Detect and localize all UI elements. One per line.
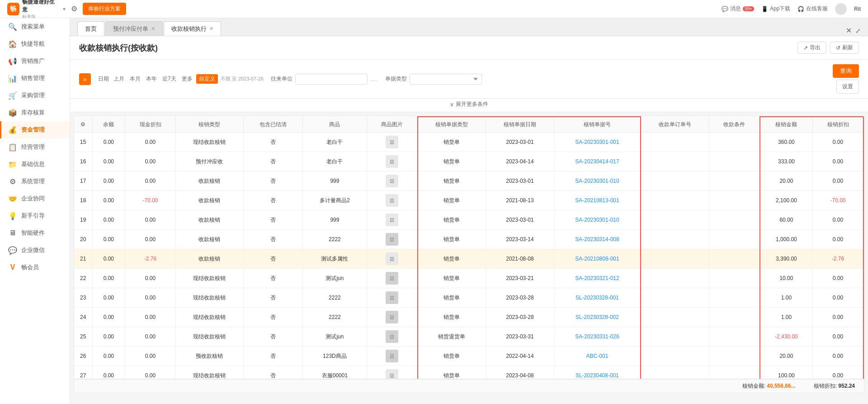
data-table-container: ⚙ 余额 现金折扣 核销类型 包含已结清 商品 商品图片 核销单据类型 核销单据… — [74, 116, 864, 393]
th-settings[interactable]: ⚙ — [74, 117, 92, 133]
sidebar-item-guide[interactable]: 💡 新手引导 — [0, 207, 70, 224]
expand-more-btn[interactable]: ∨ 展开更多条件 — [450, 100, 488, 108]
date-last-month[interactable]: 上月 — [112, 74, 126, 84]
product-thumbnail: 🖼 — [386, 291, 398, 304]
user-avatar[interactable] — [835, 3, 847, 15]
online-service-btn[interactable]: 🎧 在线客服 — [797, 5, 828, 13]
table-header-row: ⚙ 余额 现金折扣 核销类型 包含已结清 商品 商品图片 核销单据类型 核销单据… — [74, 117, 863, 133]
prepay-tab-close[interactable]: ✕ — [151, 26, 155, 32]
cell-product: 2222 — [303, 308, 367, 327]
cell-id: 17 — [74, 171, 92, 191]
sidebar-label-system: 系统管理 — [21, 177, 45, 185]
sidebar-item-capital[interactable]: 💰 资金管理 — [0, 121, 70, 138]
cell-write-off-date: 2023-03-01 — [486, 171, 554, 191]
cell-cleared: 否 — [244, 347, 303, 366]
refresh-btn[interactable]: ↺ 刷新 — [830, 42, 859, 54]
sidebar-item-member[interactable]: V 畅会员 — [0, 259, 70, 276]
home-icon: 🏠 — [9, 40, 17, 48]
cell-w-discount: -70.00 — [813, 191, 863, 210]
sidebar-item-basic[interactable]: 📁 基础信息 — [0, 156, 70, 173]
date-links: 上月 本月 本年 近7天 更多 自定义 — [112, 74, 218, 84]
cell-receipt-cond — [709, 249, 760, 269]
write-off-no-link[interactable]: SA-20230314-008 — [575, 236, 619, 242]
cell-write-off-type: 销货单 — [418, 230, 486, 249]
cell-receipt-no — [641, 308, 709, 327]
write-off-no-link[interactable]: SA-20230331-026 — [575, 333, 619, 340]
maximize-icon[interactable]: ⤢ — [855, 27, 861, 34]
cell-w-discount: 0.00 — [813, 269, 863, 288]
cell-id: 26 — [74, 347, 92, 366]
settings-icon[interactable]: ⚙ — [80, 121, 85, 128]
sidebar-item-wechat[interactable]: 💬 企业微信 — [0, 242, 70, 259]
date-this-year[interactable]: 本年 — [144, 74, 159, 84]
sidebar-item-quick[interactable]: 🏠 快捷导航 — [0, 35, 70, 52]
write-off-no-link[interactable]: SA-20210813-001 — [575, 197, 619, 204]
receipt-tab-close[interactable]: ✕ — [209, 26, 213, 32]
cell-id: 22 — [74, 269, 92, 288]
cell-w-discount: 0.00 — [813, 230, 863, 249]
write-off-no-link[interactable]: SA-20230321-012 — [575, 275, 619, 281]
cell-product: 999 — [303, 210, 367, 230]
product-thumbnail: 🖼 — [386, 136, 398, 148]
cell-product-img: 🖼 — [367, 327, 417, 347]
cell-amount: 1,000.00 — [760, 230, 813, 249]
table-row: 17 0.00 0.00 收款核销 否 999 🖼 销货单 2023-03-01… — [74, 171, 863, 191]
sidebar-item-hardware[interactable]: 🖥 智能硬件 — [0, 224, 70, 242]
sidebar-item-purchase[interactable]: 🛒 采购管理 — [0, 87, 70, 104]
sidebar-item-sales[interactable]: 📊 销售管理 — [0, 70, 70, 87]
tab-home[interactable]: 首页 — [77, 21, 104, 36]
write-off-no-link[interactable]: SL-20230328-002 — [576, 314, 619, 320]
page-content: 收款核销执行(按收款) ↗ 导出 ↺ 刷新 » — [70, 36, 868, 404]
main-layout: 🔍 搜索菜单 🏠 快捷导航 📢 营销推广 📊 销售管理 🛒 采购管理 📦 库存核… — [0, 18, 868, 404]
cell-write-off-no: SA-20230301-010 — [554, 210, 641, 230]
write-off-no-link[interactable]: ABC-001 — [586, 353, 609, 359]
write-off-no-link[interactable]: SA-20230414-017 — [575, 158, 619, 165]
date-this-month[interactable]: 本月 — [128, 74, 142, 84]
tab-prepay[interactable]: 预付冲应付单 ✕ — [105, 21, 163, 36]
export-btn[interactable]: ↗ 导出 — [797, 42, 826, 54]
type-select[interactable] — [410, 74, 482, 85]
cell-amount: 10.00 — [760, 269, 813, 288]
from-unit-input[interactable] — [295, 74, 368, 85]
settings-icon[interactable]: ⚙ — [71, 5, 77, 13]
close-window-icon[interactable]: ✕ — [846, 26, 852, 35]
brand-dropdown-icon[interactable]: ▾ — [63, 6, 66, 12]
write-off-no-link[interactable]: SA-20230301-010 — [575, 178, 619, 184]
filter-toggle-btn[interactable]: » — [79, 73, 91, 85]
sidebar-item-search[interactable]: 🔍 搜索菜单 — [0, 18, 70, 35]
cell-cleared: 否 — [244, 308, 303, 327]
cell-product-img: 🖼 — [367, 191, 417, 210]
write-off-no-link[interactable]: SL-20230408-001 — [576, 372, 619, 379]
date-7days[interactable]: 近7天 — [160, 74, 178, 84]
sidebar-item-system[interactable]: ⚙ 系统管理 — [0, 173, 70, 190]
msg-btn[interactable]: 💬 消息 99+ — [722, 5, 754, 13]
date-more[interactable]: 更多 — [180, 74, 194, 84]
table-scroll-area[interactable]: ⚙ 余额 现金折扣 核销类型 包含已结清 商品 商品图片 核销单据类型 核销单据… — [74, 116, 864, 379]
app-download-btn[interactable]: 📱 App下载 — [761, 5, 790, 13]
write-off-no-link[interactable]: SA-20210808-001 — [575, 256, 619, 262]
sidebar-item-marketing[interactable]: 📢 营销推广 — [0, 52, 70, 70]
write-off-no-link[interactable]: SL-20230328-001 — [576, 295, 619, 301]
industry-btn[interactable]: 体验行业方案 — [83, 3, 126, 15]
cell-product-img: 🖼 — [367, 347, 417, 366]
date-custom[interactable]: 自定义 — [196, 74, 218, 84]
cell-write-off-date: 2023-03-21 — [486, 269, 554, 288]
cell-write-off-no: SA-20230301-001 — [554, 133, 641, 152]
cell-discount: 0.00 — [125, 347, 176, 366]
tab-receipt[interactable]: 收款核销执行 ✕ — [164, 21, 221, 36]
cell-write-off-type: 销货单 — [418, 366, 486, 379]
sidebar-item-inventory[interactable]: 📦 库存核算 — [0, 104, 70, 121]
cell-receipt-no — [641, 288, 709, 308]
cell-id: 15 — [74, 133, 92, 152]
query-btn[interactable]: 查询 — [833, 64, 859, 78]
type-filter: 单据类型 — [385, 74, 482, 85]
sidebar-item-enterprise[interactable]: 🤝 企业协同 — [0, 190, 70, 207]
sidebar-label-capital: 资金管理 — [21, 126, 45, 134]
write-off-no-link[interactable]: SA-20230301-001 — [575, 139, 619, 145]
sidebar-item-operation[interactable]: 📋 经营管理 — [0, 138, 70, 156]
cell-write-off-date: 2023-03-31 — [486, 327, 554, 347]
cell-balance: 0.00 — [92, 269, 125, 288]
cell-id: 21 — [74, 249, 92, 269]
settings-btn[interactable]: 设置 — [836, 80, 859, 94]
write-off-no-link[interactable]: SA-20230301-010 — [575, 217, 619, 223]
